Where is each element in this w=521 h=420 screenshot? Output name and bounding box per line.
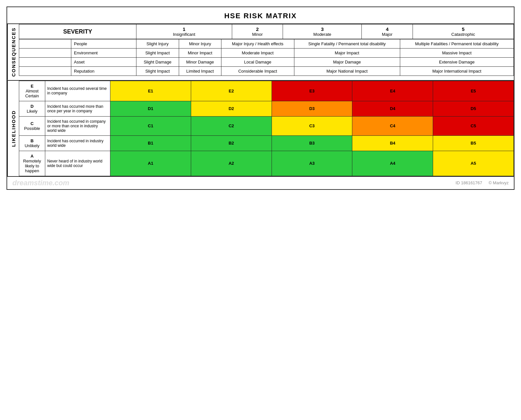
severity-col-4: 4 Major: [362, 24, 413, 39]
consequences-row: ReputationSlight ImpactLimited ImpactCon…: [19, 67, 514, 76]
severity-col-2: 2 Minor: [232, 24, 283, 39]
consequence-cell: Major Damage: [294, 58, 400, 67]
consequence-cell: Major National Impact: [294, 67, 400, 76]
likelihood-section: LIKELIHOOD EAlmost CertainIncident has o…: [7, 80, 514, 176]
risk-cell-b5: B5: [433, 135, 514, 151]
footer-id: ID 186161767 © Markvyz: [456, 180, 509, 185]
consequence-cell: Multiple Fatalities / Permanent total di…: [400, 39, 514, 49]
risk-cell-b2: B2: [191, 135, 272, 151]
risk-cell-d2: D2: [191, 101, 272, 116]
watermark: dreamstime.com: [12, 179, 69, 187]
likelihood-label-cell: EAlmost Certain: [19, 81, 45, 101]
likelihood-row: EAlmost CertainIncident has occurred sev…: [19, 81, 514, 101]
likelihood-label-cell: CPossible: [19, 116, 45, 135]
severity-label: SEVERITY: [19, 24, 136, 39]
severity-col-3: 3 Moderate: [283, 24, 362, 39]
consequence-cell: Local Damage: [221, 58, 294, 67]
risk-cell-a3: A3: [272, 151, 352, 176]
consequence-category: Reputation: [71, 67, 136, 76]
consequence-cell: Slight Impact: [136, 49, 179, 58]
consequence-cell: Extensive Damage: [400, 58, 514, 67]
consequence-cell: Minor Impact: [179, 49, 221, 58]
page-title: HSE RISK MATRIX: [7, 7, 514, 24]
risk-cell-e2: E2: [191, 81, 272, 101]
likelihood-row: ARemotely likely to happenNever heard of…: [19, 151, 514, 176]
risk-cell-a1: A1: [110, 151, 191, 176]
likelihood-label-cell: BUnlikely: [19, 135, 45, 151]
risk-cell-c4: C4: [352, 116, 433, 135]
likelihood-description: Never heard of in industry world wide bu…: [45, 151, 110, 176]
risk-cell-b1: B1: [110, 135, 191, 151]
likelihood-row: BUnlikelyIncident has occurred in indust…: [19, 135, 514, 151]
likelihood-description: Incident has occurred in industry world …: [45, 135, 110, 151]
risk-cell-b3: B3: [272, 135, 352, 151]
consequences-row: EnvironmentSlight ImpactMinor ImpactMode…: [19, 49, 514, 58]
consequence-cell: Limited Impact: [179, 67, 221, 76]
consequence-cell: Moderate Impact: [221, 49, 294, 58]
consequences-label: CONSEQUENCES: [7, 24, 19, 80]
footer: dreamstime.com ID 186161767 © Markvyz: [7, 176, 514, 189]
likelihood-row: DLikelyIncident has occurred more than o…: [19, 101, 514, 116]
consequence-cell: Minor Damage: [179, 58, 221, 67]
consequences-table: PeopleSlight InjuryMinor InjuryMajor Inj…: [19, 39, 514, 76]
consequence-cell: Slight Damage: [136, 58, 179, 67]
likelihood-grid: EAlmost CertainIncident has occurred sev…: [19, 81, 514, 176]
likelihood-label: LIKELIHOOD: [7, 81, 19, 176]
risk-cell-d3: D3: [272, 101, 352, 116]
risk-cell-d1: D1: [110, 101, 191, 116]
consequence-cell: Major Injury / Health effects: [221, 39, 294, 49]
consequences-row: AssetSlight DamageMinor DamageLocal Dama…: [19, 58, 514, 67]
risk-cell-a2: A2: [191, 151, 272, 176]
consequences-section: CONSEQUENCES SEVERITY 1 In: [7, 24, 514, 80]
consequence-cell: Massive Impact: [400, 49, 514, 58]
risk-cell-c1: C1: [110, 116, 191, 135]
consequence-cell: Major International Impact: [400, 67, 514, 76]
risk-cell-c2: C2: [191, 116, 272, 135]
risk-cell-e3: E3: [272, 81, 352, 101]
risk-cell-e5: E5: [433, 81, 514, 101]
severity-col-5: 5 Catastrophic: [413, 24, 514, 39]
consequence-category: People: [71, 39, 136, 49]
consequences-grid: SEVERITY 1 Insignificant 2 Minor 3 Moder…: [19, 24, 514, 80]
consequence-cell: Considerable Impact: [221, 67, 294, 76]
consequence-cell: Major Impact: [294, 49, 400, 58]
risk-cell-d5: D5: [433, 101, 514, 116]
likelihood-label-cell: DLikely: [19, 101, 45, 116]
consequence-cell: Minor Injury: [179, 39, 221, 49]
risk-cell-e1: E1: [110, 81, 191, 101]
severity-col-1: 1 Insignificant: [136, 24, 232, 39]
likelihood-row: CPossibleIncident has occurred in compan…: [19, 116, 514, 135]
risk-cell-e4: E4: [352, 81, 433, 101]
consequence-cell: Slight Impact: [136, 67, 179, 76]
likelihood-table: EAlmost CertainIncident has occurred sev…: [19, 81, 514, 176]
risk-cell-a5: A5: [433, 151, 514, 176]
consequence-cell: Single Fatality / Permanent total disabi…: [294, 39, 400, 49]
likelihood-description: Incident has occurred several time in co…: [45, 81, 110, 101]
risk-cell-c3: C3: [272, 116, 352, 135]
severity-header: SEVERITY 1 Insignificant 2 Minor 3 Moder…: [19, 24, 514, 39]
hse-risk-matrix: HSE RISK MATRIX CONSEQUENCES SEVERITY: [7, 7, 514, 190]
likelihood-description: Incident has occurred in company or more…: [45, 116, 110, 135]
consequence-cell: Slight Injury: [136, 39, 179, 49]
risk-cell-d4: D4: [352, 101, 433, 116]
likelihood-description: Incident has occurred more than once per…: [45, 101, 110, 116]
consequences-row: PeopleSlight InjuryMinor InjuryMajor Inj…: [19, 39, 514, 49]
risk-cell-b4: B4: [352, 135, 433, 151]
risk-cell-c5: C5: [433, 116, 514, 135]
risk-cell-a4: A4: [352, 151, 433, 176]
likelihood-label-cell: ARemotely likely to happen: [19, 151, 45, 176]
consequence-category: Asset: [71, 58, 136, 67]
consequence-category: Environment: [71, 49, 136, 58]
